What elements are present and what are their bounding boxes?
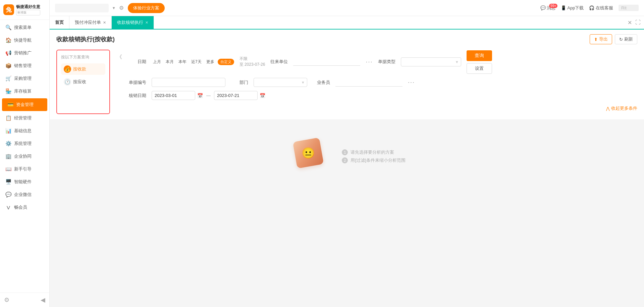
date-shortcuts: 上月 本月 本年 近7天 更多 自定义 [152, 58, 234, 65]
hint-item-1: 1 请先选择要分析的方案 [342, 149, 405, 155]
logo-text: 畅捷通好生意 标准版 [16, 4, 40, 15]
sidebar-item-label-marketing: 营销推广 [14, 50, 32, 56]
doc-no-input[interactable] [152, 78, 225, 87]
gear-icon[interactable]: ⚙ [119, 5, 124, 11]
sidebar-item-collab[interactable]: 🏢企业协同 [0, 150, 49, 163]
sidebar: 兔 畅捷通好生意 标准版 🔍搜索菜单🏠快捷导航📢营销推广📦销售管理🛒采购管理🏪库… [0, 0, 50, 307]
date-last-month[interactable]: 上月 [152, 58, 162, 65]
basic-icon: 📊 [5, 128, 11, 134]
topbar-chevron-icon[interactable]: ▾ [113, 5, 115, 10]
industry-btn[interactable]: 体验行业方案 [128, 3, 165, 13]
export-btn[interactable]: ⬆ 导出 [590, 34, 612, 44]
topbar: ▾ ⚙ 体验行业方案 💬 消息 99+ 📱 App下载 🎧 在线客服 Rit [50, 0, 644, 16]
page-title: 收款核销执行(按收款) [56, 35, 115, 43]
partner-more-icon[interactable]: ··· [366, 58, 373, 65]
download-icon: 📱 [561, 5, 566, 10]
maximize-icon[interactable]: ⛶ [635, 19, 641, 25]
refresh-icon: ↻ [619, 37, 623, 42]
sidebar-item-system[interactable]: ⚙️系统管理 [0, 137, 49, 150]
tab-prepay[interactable]: 预付冲应付单 ✕ [69, 16, 112, 29]
collapse-up-icon: ⋀ [606, 106, 610, 111]
sidebar-item-operation[interactable]: 📋经营管理 [0, 112, 49, 124]
sidebar-item-search[interactable]: 🔍搜索菜单 [0, 21, 49, 34]
dept-select[interactable]: ▾ [254, 78, 307, 87]
sidebar-item-label-system: 系统管理 [14, 141, 32, 147]
query-btn[interactable]: 查询 [467, 50, 492, 61]
topbar-right: 💬 消息 99+ 📱 App下载 🎧 在线客服 Rit [540, 5, 639, 11]
date-custom-tag[interactable]: 自定义 [218, 59, 234, 65]
date-more[interactable]: 更多 [205, 58, 216, 65]
export-icon: ⬆ [594, 37, 598, 42]
date-7days[interactable]: 近7天 [190, 58, 203, 65]
writeoff-start-input[interactable] [152, 91, 195, 100]
date-this-month[interactable]: 本月 [164, 58, 175, 65]
sidebar-item-purchase[interactable]: 🛒采购管理 [0, 72, 49, 85]
message-icon: 💬 [540, 5, 546, 10]
sidebar-item-member[interactable]: V畅会员 [0, 201, 49, 214]
sidebar-item-marketing[interactable]: 📢营销推广 [0, 47, 49, 59]
tabbar-end: ✕ ⛶ [624, 16, 644, 29]
sidebar-item-label-wechat: 企业微信 [14, 192, 32, 198]
guide-icon: 📖 [5, 166, 11, 172]
filter-by-receipt[interactable]: 💰 按收款 [61, 63, 105, 75]
doc-type-chevron-icon: ▾ [456, 59, 458, 64]
collab-icon: 🏢 [5, 153, 11, 159]
writeoff-cal-start-icon[interactable]: 📅 [197, 93, 203, 98]
partner-input[interactable] [293, 58, 360, 66]
sidebar-item-sales[interactable]: 📦销售管理 [0, 59, 49, 72]
sidebar-item-label-hardware: 智能硬件 [14, 179, 32, 185]
staff-input[interactable] [335, 79, 402, 87]
tab-home[interactable]: 首页 [50, 16, 69, 29]
writeoff-end-input[interactable] [214, 91, 258, 100]
sales-icon: 📦 [5, 63, 11, 69]
message-btn[interactable]: 💬 消息 99+ [540, 5, 556, 11]
collapse-filter-btn[interactable]: 《 [115, 52, 123, 62]
member-icon: V [5, 205, 11, 210]
wechat-icon: 💬 [5, 192, 11, 198]
system-icon: ⚙️ [5, 141, 11, 147]
online-service-btn[interactable]: 🎧 在线客服 [589, 5, 613, 11]
settings-icon[interactable]: ⚙ [4, 296, 9, 304]
date-this-year[interactable]: 本年 [177, 58, 188, 65]
sidebar-item-basic[interactable]: 📊基础信息 [0, 124, 49, 137]
sidebar-item-inventory[interactable]: 🏪库存核算 [0, 85, 49, 98]
receivable-icon: 🕐 [64, 78, 71, 86]
sidebar-item-label-operation: 经营管理 [14, 115, 32, 121]
purchase-icon: 🛒 [5, 75, 11, 82]
partner-label: 往来单位 [270, 59, 288, 65]
date-range-display: 不限 至 2023-07-26 [239, 56, 265, 67]
empty-illustration: 😐 [288, 140, 328, 173]
close-window-icon[interactable]: ✕ [628, 19, 632, 26]
sidebar-item-label-finance: 资金管理 [16, 102, 34, 108]
dept-chevron-icon: ▾ [302, 80, 304, 85]
staff-more-icon[interactable]: ··· [408, 79, 415, 86]
tab-collection-close-icon[interactable]: ✕ [145, 20, 148, 25]
sidebar-item-label-search: 搜索菜单 [14, 24, 32, 31]
empty-face-icon: 😐 [302, 147, 315, 159]
collapse-sidebar-icon[interactable]: ◀ [41, 296, 45, 304]
sidebar-item-label-quicknav: 快捷导航 [14, 37, 32, 43]
app-download-btn[interactable]: 📱 App下载 [561, 5, 584, 11]
collapse-more-btn[interactable]: ⋀ 收起更多条件 [129, 104, 637, 114]
user-info[interactable]: Rit [619, 5, 639, 11]
filter-by-receivable[interactable]: 🕐 按应收 [61, 76, 105, 88]
filter-area: 按以下方案查询 💰 按收款 🕐 按应收 《 日期 上月 [50, 44, 644, 119]
sidebar-item-guide[interactable]: 📖新手引导 [0, 163, 49, 175]
writeoff-cal-end-icon[interactable]: 📅 [260, 93, 265, 98]
setting-btn[interactable]: 设置 [467, 63, 492, 74]
sidebar-item-label-member: 畅会员 [14, 204, 27, 210]
sidebar-item-hardware[interactable]: 🖥️智能硬件 [0, 175, 49, 188]
sidebar-item-quicknav[interactable]: 🏠快捷导航 [0, 34, 49, 47]
sidebar-item-wechat[interactable]: 💬企业微信 [0, 188, 49, 201]
tab-collection[interactable]: 收款核销执行 ✕ [112, 16, 154, 29]
tab-prepay-close-icon[interactable]: ✕ [103, 20, 106, 25]
tab-home-label: 首页 [55, 19, 64, 25]
sidebar-item-finance[interactable]: 💳资金管理 [2, 98, 47, 111]
doc-type-select[interactable]: ▾ [401, 57, 461, 66]
sidebar-bottom: ⚙ ◀ [0, 293, 49, 307]
filter-panel-title: 按以下方案查询 [61, 54, 105, 60]
refresh-btn[interactable]: ↻ 刷新 [615, 34, 637, 44]
page-header-actions: ⬆ 导出 ↻ 刷新 [590, 34, 637, 44]
service-icon: 🎧 [589, 5, 594, 10]
sidebar-nav: 🔍搜索菜单🏠快捷导航📢营销推广📦销售管理🛒采购管理🏪库存核算💳资金管理📋经营管理… [0, 20, 49, 293]
